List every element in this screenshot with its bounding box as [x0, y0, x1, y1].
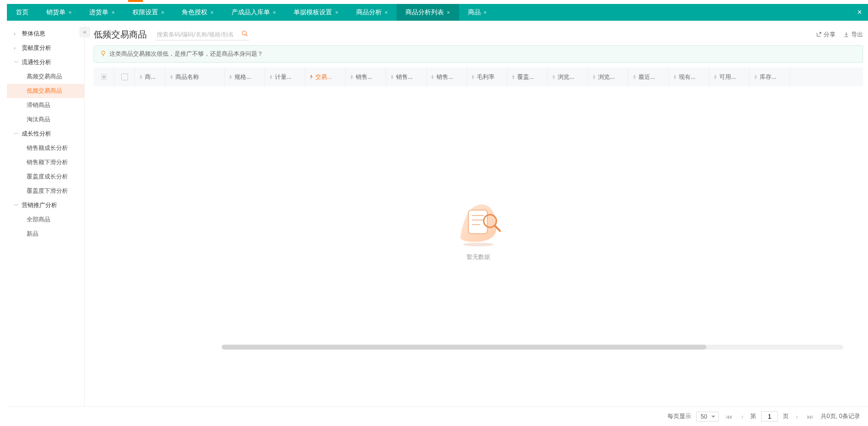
page-input[interactable] — [761, 411, 778, 422]
tab-8[interactable]: 商品分析列表× — [397, 4, 459, 21]
column-header-3[interactable]: ▲▼计量... — [265, 68, 305, 86]
close-all-tabs-button[interactable]: × — [851, 4, 868, 21]
table-header-row: ▲▼商...▲▼商品名称▲▼规格...▲▼计量...▲▼交易...▲▼销售...… — [94, 68, 863, 86]
sidebar-item-2-1[interactable]: 低频交易商品 — [7, 84, 84, 98]
column-header-5[interactable]: ▲▼销售... — [346, 68, 386, 86]
page-summary: 共0页, 0条记录 — [821, 412, 860, 421]
last-page-button[interactable]: ⏭ — [805, 413, 816, 421]
column-header-8[interactable]: ▲▼毛利率 — [467, 68, 507, 86]
sidebar-item-3-0[interactable]: 销售额成长分析 — [7, 141, 84, 155]
tab-7[interactable]: 商品分析× — [347, 4, 397, 21]
tab-close-icon[interactable]: × — [335, 9, 338, 15]
sidebar-item-4-0[interactable]: 全部商品 — [7, 213, 84, 227]
prev-page-button[interactable]: ‹ — [739, 413, 746, 421]
column-header-7[interactable]: ▲▼销售... — [427, 68, 467, 86]
column-header-2[interactable]: ▲▼规格... — [225, 68, 265, 86]
next-page-button[interactable]: › — [794, 413, 800, 421]
main-panel: 低频交易商品 分享 导出 这类商品交易频次很低，是推广不够，还是商品本身问题？ — [85, 24, 868, 406]
tab-label: 权限设置 — [133, 8, 158, 17]
tab-4[interactable]: 角色授权× — [173, 4, 222, 21]
column-label: 浏览... — [558, 73, 574, 81]
sort-icon: ▲▼ — [309, 74, 313, 79]
sidebar-item-4-1[interactable]: 新品 — [7, 227, 84, 241]
sidebar-item-3-1[interactable]: 销售额下滑分析 — [7, 155, 84, 170]
tab-close-icon[interactable]: × — [210, 9, 213, 15]
tab-close-icon[interactable]: × — [161, 9, 164, 15]
top-spacer — [0, 0, 868, 4]
tab-3[interactable]: 权限设置× — [124, 4, 173, 21]
svg-line-1 — [246, 34, 248, 36]
sort-icon: ▲▼ — [269, 74, 273, 79]
sidebar-item-2-3[interactable]: 淘汰商品 — [7, 112, 84, 127]
first-page-button[interactable]: ⏮ — [724, 413, 734, 421]
sidebar-group-0[interactable]: ›整体信息 — [7, 27, 84, 41]
column-header-11[interactable]: ▲▼浏览... — [588, 68, 629, 86]
tab-1[interactable]: 销货单× — [37, 4, 80, 21]
column-header-1[interactable]: ▲▼商品名称 — [166, 68, 225, 86]
share-button[interactable]: 分享 — [816, 31, 835, 39]
per-page-value: 50 — [701, 413, 707, 420]
sidebar-item-3-2[interactable]: 覆盖度成长分析 — [7, 170, 84, 184]
sidebar-group-1[interactable]: ›贡献度分析 — [7, 41, 84, 55]
sidebar-group-3[interactable]: ﹀成长性分析 — [7, 127, 84, 141]
column-header-0[interactable]: ▲▼商... — [135, 68, 166, 86]
svg-point-3 — [103, 76, 105, 78]
tab-5[interactable]: 产成品入库单× — [223, 4, 285, 21]
column-header-12[interactable]: ▲▼最近... — [629, 68, 669, 86]
tab-close-icon[interactable]: × — [385, 9, 388, 15]
tab-close-icon[interactable]: × — [447, 9, 450, 15]
column-header-15[interactable]: ▲▼库存... — [750, 68, 790, 86]
tab-close-icon[interactable]: × — [111, 9, 114, 15]
column-header-6[interactable]: ▲▼销售... — [386, 68, 427, 86]
info-banner: 这类商品交易频次很低，是推广不够，还是商品本身问题？ — [94, 45, 863, 63]
empty-text: 暂无数据 — [467, 253, 490, 261]
sort-icon: ▲▼ — [169, 74, 173, 79]
horizontal-scrollbar[interactable] — [222, 345, 843, 350]
select-all-checkbox[interactable] — [121, 73, 128, 80]
scrollbar-thumb[interactable] — [222, 345, 706, 350]
column-header-13[interactable]: ▲▼现有... — [669, 68, 709, 86]
column-label: 毛利率 — [477, 73, 495, 81]
column-label: 销售... — [356, 73, 372, 81]
export-button[interactable]: 导出 — [843, 31, 863, 39]
collapse-sidebar-button[interactable]: « — [79, 27, 90, 37]
svg-rect-4 — [468, 210, 488, 234]
tab-label: 进货单 — [89, 8, 108, 17]
column-header-14[interactable]: ▲▼可用... — [709, 68, 750, 86]
tab-9[interactable]: 商品× — [459, 4, 496, 21]
chevron-right-icon: › — [14, 31, 20, 36]
tab-2[interactable]: 进货单× — [80, 4, 123, 21]
tab-label: 商品分析 — [356, 8, 382, 17]
column-header-9[interactable]: ▲▼覆盖... — [507, 68, 548, 86]
column-header-10[interactable]: ▲▼浏览... — [548, 68, 588, 86]
column-label: 规格... — [234, 73, 251, 81]
export-label: 导出 — [851, 31, 863, 39]
tab-close-icon[interactable]: × — [68, 9, 71, 15]
table-settings-button[interactable] — [94, 68, 114, 86]
sort-icon: ▲▼ — [471, 74, 475, 79]
sidebar-group-label: 成长性分析 — [22, 130, 51, 138]
tab-label: 单据模板设置 — [294, 8, 332, 17]
sidebar-group-4[interactable]: ﹀营销推广分析 — [7, 198, 84, 213]
svg-point-10 — [463, 243, 494, 246]
chevron-down-icon: ﹀ — [14, 202, 20, 209]
sidebar-item-2-0[interactable]: 高频交易商品 — [7, 70, 84, 84]
tab-close-icon[interactable]: × — [484, 9, 487, 15]
tab-bar: 首页销货单×进货单×权限设置×角色授权×产成品入库单×单据模板设置×商品分析×商… — [7, 4, 868, 21]
sidebar-item-3-3[interactable]: 覆盖度下滑分析 — [7, 184, 84, 198]
sidebar-item-2-2[interactable]: 滞销商品 — [7, 98, 84, 112]
search-icon[interactable] — [241, 30, 248, 38]
column-label: 浏览... — [598, 73, 615, 81]
sort-icon: ▲▼ — [673, 74, 677, 79]
sort-icon: ▲▼ — [511, 74, 515, 79]
tab-0[interactable]: 首页 — [7, 4, 37, 21]
empty-illustration — [451, 195, 505, 249]
sort-icon: ▲▼ — [633, 74, 636, 79]
column-header-4[interactable]: ▲▼交易... — [305, 68, 346, 86]
search-input[interactable] — [156, 29, 249, 40]
sidebar-group-2[interactable]: ﹀流通性分析 — [7, 55, 84, 70]
main-header: 低频交易商品 分享 导出 — [94, 24, 863, 45]
tab-close-icon[interactable]: × — [273, 9, 276, 15]
per-page-select[interactable]: 50 — [696, 412, 718, 422]
tab-6[interactable]: 单据模板设置× — [285, 4, 347, 21]
